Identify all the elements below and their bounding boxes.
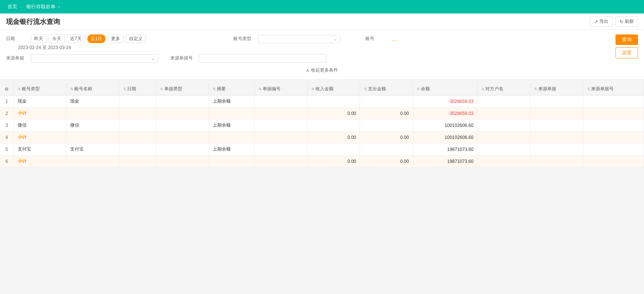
account-label: 账号 xyxy=(365,36,384,42)
cell-source_doc_num xyxy=(583,131,644,143)
cell-source_doc_num xyxy=(583,155,644,167)
col-header-summary: ⇅摘要 xyxy=(209,83,254,96)
sort-icon[interactable]: ⇅ xyxy=(534,87,537,91)
cell-expense xyxy=(360,143,413,155)
cell-summary: 上期余额 xyxy=(209,96,254,107)
filter-row-1: 日期 昨天今天近7天近1月更多自定义 账号类型 ⌄ 账号 ... xyxy=(6,34,609,43)
tab-close-icon[interactable]: × xyxy=(58,4,60,9)
sort-icon[interactable]: ⇅ xyxy=(364,87,367,91)
sort-icon[interactable]: ⇅ xyxy=(587,87,590,91)
cell-income xyxy=(307,96,360,107)
refresh-button[interactable]: ↻ 刷新 xyxy=(615,16,638,27)
date-option-更多[interactable]: 更多 xyxy=(108,34,123,43)
cell-expense: 0.00 xyxy=(360,107,413,119)
sort-icon[interactable]: ⇅ xyxy=(311,87,314,91)
cell-balance: 100102606.60 xyxy=(413,119,477,131)
filter-right-buttons: 查询 设置 xyxy=(615,34,638,58)
cell-counterpart xyxy=(477,155,530,167)
gear-icon[interactable]: ⚙ xyxy=(5,87,9,92)
date-option-昨天[interactable]: 昨天 xyxy=(31,34,47,43)
filter-main-row: 日期 昨天今天近7天近1月更多自定义 账号类型 ⌄ 账号 ... 2023-02… xyxy=(6,34,638,63)
date-range: 2023-02-24 至 2023-03-24 xyxy=(18,45,71,50)
account-type-select[interactable]: ⌄ xyxy=(258,35,341,43)
cell-counterpart xyxy=(477,131,530,143)
cell-doc_type xyxy=(156,155,209,167)
collapse-bar[interactable]: ∧ 收起更多条件 xyxy=(6,66,638,75)
cell-account_type: 小计 xyxy=(14,131,66,143)
table-row: 3微信微信上期余额100102606.60 xyxy=(0,119,644,131)
cell-doc_num xyxy=(254,143,307,155)
page-title: 现金银行流水查询 xyxy=(6,17,60,26)
col-header-expense: ⇅支出金额 xyxy=(360,83,413,96)
chevron-down-icon: ⌄ xyxy=(333,36,337,42)
cell-account_type: 支付宝 xyxy=(14,143,66,155)
sort-icon[interactable]: ⇅ xyxy=(123,87,126,91)
cell-expense: 0.00 xyxy=(360,131,413,143)
row-number: 6 xyxy=(0,155,14,167)
cell-date xyxy=(119,143,156,155)
cell-source_doc xyxy=(530,143,583,155)
cell-doc_type xyxy=(156,143,209,155)
table-row: 6小计0.000.0019871073.60 xyxy=(0,155,644,167)
query-button[interactable]: 查询 xyxy=(615,34,638,45)
cell-balance: 19871073.60 xyxy=(413,155,477,167)
cell-doc_type xyxy=(156,96,209,107)
export-button[interactable]: ↗ 导出 xyxy=(590,16,612,27)
account-ellipsis[interactable]: ... xyxy=(390,36,399,42)
cell-source_doc_num xyxy=(583,107,644,119)
nav-tab-银行存取款单[interactable]: 银行存取款单× xyxy=(22,0,74,13)
source-doc-num-input[interactable] xyxy=(199,54,326,63)
cell-balance: 19871073.60 xyxy=(413,143,477,155)
cell-account_type: 微信 xyxy=(14,119,66,131)
cell-account_type: 小计 xyxy=(14,107,66,119)
filter-left: 日期 昨天今天近7天近1月更多自定义 账号类型 ⌄ 账号 ... 2023-02… xyxy=(6,34,609,63)
cell-doc_num xyxy=(254,155,307,167)
cell-date xyxy=(119,119,156,131)
sort-icon[interactable]: ⇅ xyxy=(18,87,21,91)
settings-button[interactable]: 设置 xyxy=(615,47,638,58)
col-header-source_doc: ⇅来源单据 xyxy=(530,83,583,96)
cell-account_name: 微信 xyxy=(66,119,119,131)
cell-income: 0.00 xyxy=(307,107,360,119)
date-option-自定义[interactable]: 自定义 xyxy=(126,34,146,43)
cell-counterpart xyxy=(477,143,530,155)
sort-icon[interactable]: ⇅ xyxy=(213,87,216,91)
source-doc-label: 来源单据 xyxy=(6,55,25,61)
cell-account_name xyxy=(66,131,119,143)
cell-account_type: 小计 xyxy=(14,155,66,167)
cell-balance: 100102606.60 xyxy=(413,131,477,143)
cell-summary xyxy=(209,107,254,119)
cell-source_doc_num xyxy=(583,143,644,155)
nav-home[interactable]: 首页 xyxy=(3,3,22,10)
cell-source_doc xyxy=(530,107,583,119)
col-header-source_doc_num: ⇅来源单据号 xyxy=(583,83,644,96)
cell-date xyxy=(119,131,156,143)
cell-counterpart xyxy=(477,96,530,107)
cell-source_doc xyxy=(530,155,583,167)
date-option-近1月[interactable]: 近1月 xyxy=(87,34,106,43)
date-option-近7天[interactable]: 近7天 xyxy=(67,34,85,43)
table-row: 4小计0.000.00100102606.60 xyxy=(0,131,644,143)
cell-doc_num xyxy=(254,119,307,131)
sort-icon[interactable]: ⇅ xyxy=(417,87,420,91)
sort-icon[interactable]: ⇅ xyxy=(70,87,73,91)
col-header-income: ⇅收入金额 xyxy=(307,83,360,96)
col-header-doc_num: ⇅单据编号 xyxy=(254,83,307,96)
sort-icon[interactable]: ⇅ xyxy=(258,87,261,91)
cell-account_name xyxy=(66,107,119,119)
filter-area: 日期 昨天今天近7天近1月更多自定义 账号类型 ⌄ 账号 ... 2023-02… xyxy=(0,30,644,80)
cell-income xyxy=(307,143,360,155)
cell-doc_type xyxy=(156,119,209,131)
col-header-date: ⇅日期 xyxy=(119,83,156,96)
cell-account_name: 现金 xyxy=(66,96,119,107)
col-header-doc_type: ⇅单据类型 xyxy=(156,83,209,96)
cell-doc_type xyxy=(156,131,209,143)
col-header-account_type: ⇅账号类型 xyxy=(14,83,66,96)
date-option-今天[interactable]: 今天 xyxy=(49,34,65,43)
row-number: 4 xyxy=(0,131,14,143)
sort-icon[interactable]: ⇅ xyxy=(160,87,163,91)
cell-doc_num xyxy=(254,131,307,143)
sort-icon[interactable]: ⇅ xyxy=(481,87,484,91)
cell-doc_num xyxy=(254,96,307,107)
source-doc-select[interactable]: ⌄ xyxy=(31,54,158,63)
